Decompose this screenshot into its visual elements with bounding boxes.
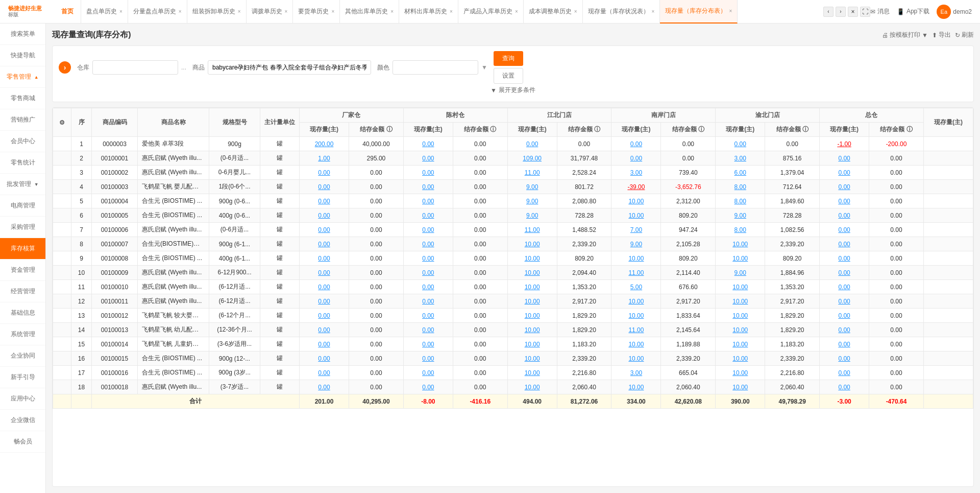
- tab-close-dist-count[interactable]: ×: [179, 9, 182, 14]
- sidebar-item-retail-mgmt[interactable]: 零售管理 ▲: [0, 66, 45, 88]
- cell-wh1-qty[interactable]: 0.00: [403, 208, 453, 223]
- cell-wh4-qty[interactable]: 9.00: [716, 208, 765, 223]
- settings-button[interactable]: 设置: [494, 68, 523, 84]
- cell-wh3-qty[interactable]: 9.00: [611, 237, 661, 251]
- tab-transfer[interactable]: 调拨单历史 ×: [247, 0, 293, 24]
- app-download-btn[interactable]: 📱 App下载: [897, 7, 929, 16]
- cell-wh1-qty[interactable]: 0.00: [403, 180, 453, 194]
- cell-wh3-qty[interactable]: 10.00: [611, 380, 661, 394]
- cell-wh2-qty[interactable]: 0.00: [507, 137, 557, 151]
- tab-close-requisition[interactable]: ×: [331, 9, 334, 14]
- message-btn[interactable]: ✉ 消息: [870, 7, 890, 16]
- cell-wh1-qty[interactable]: 0.00: [403, 166, 453, 180]
- cell-wh0-qty[interactable]: 0.00: [300, 351, 349, 366]
- cell-wh3-qty[interactable]: 10.00: [611, 351, 661, 366]
- cell-wh4-qty[interactable]: 10.00: [716, 351, 765, 366]
- cell-wh1-qty[interactable]: 0.00: [403, 309, 453, 323]
- sidebar-item-enterprise[interactable]: 企业协同: [0, 345, 45, 367]
- cell-wh0-qty[interactable]: 0.00: [300, 366, 349, 380]
- expand-conditions-btn[interactable]: ▼ 展开更多条件: [59, 84, 967, 97]
- cell-wh3-qty[interactable]: -39.00: [611, 180, 661, 194]
- sidebar-item-quick[interactable]: 快捷导航: [0, 45, 45, 66]
- sidebar-item-purchase[interactable]: 采购管理: [0, 217, 45, 238]
- tab-cost-adjust[interactable]: 成本调整单历史 ×: [524, 0, 583, 24]
- sidebar-item-retail-shop[interactable]: 零售商城: [0, 88, 45, 109]
- cell-wh0-qty[interactable]: 0.00: [300, 337, 349, 351]
- cell-wh0-qty[interactable]: 0.00: [300, 180, 349, 194]
- cell-wh0-qty[interactable]: 0.00: [300, 309, 349, 323]
- tab-material-out[interactable]: 材料出库单历史 ×: [399, 0, 458, 24]
- cell-wh2-qty[interactable]: 10.00: [507, 351, 557, 366]
- cell-wh5-qty[interactable]: 0.00: [820, 180, 869, 194]
- cell-wh2-qty[interactable]: 109.00: [507, 151, 557, 166]
- cell-wh2-qty[interactable]: 10.00: [507, 337, 557, 351]
- sidebar-item-system[interactable]: 系统管理: [0, 324, 45, 345]
- sidebar-item-ecom[interactable]: 电商管理: [0, 195, 45, 217]
- tab-close-stock-status[interactable]: ×: [652, 9, 655, 14]
- cell-wh0-qty[interactable]: 0.00: [300, 380, 349, 394]
- cell-wh4-qty[interactable]: 9.00: [716, 266, 765, 280]
- cell-wh5-qty[interactable]: 0.00: [820, 208, 869, 223]
- cell-wh3-qty[interactable]: 3.00: [611, 366, 661, 380]
- sidebar-item-appcenter[interactable]: 应用中心: [0, 388, 45, 410]
- th-settings[interactable]: ⚙: [53, 108, 71, 137]
- cell-wh3-qty[interactable]: 11.00: [611, 266, 661, 280]
- sidebar-item-retail-stat[interactable]: 零售统计: [0, 152, 45, 174]
- cell-wh2-qty[interactable]: 10.00: [507, 266, 557, 280]
- cell-wh5-qty[interactable]: 0.00: [820, 237, 869, 251]
- cell-wh4-qty[interactable]: 10.00: [716, 323, 765, 337]
- cell-wh4-qty[interactable]: 10.00: [716, 337, 765, 351]
- cell-wh5-qty[interactable]: -1.00: [820, 137, 869, 151]
- cell-wh5-qty[interactable]: 0.00: [820, 166, 869, 180]
- sidebar-item-basic[interactable]: 基础信息: [0, 302, 45, 324]
- cell-wh0-qty[interactable]: 0.00: [300, 323, 349, 337]
- tab-close-cost-adjust[interactable]: ×: [574, 9, 577, 14]
- cell-wh4-qty[interactable]: 8.00: [716, 223, 765, 237]
- cell-wh5-qty[interactable]: 0.00: [820, 294, 869, 309]
- tab-close-product-in[interactable]: ×: [515, 9, 518, 14]
- tab-requisition[interactable]: 要货单历史 ×: [293, 0, 340, 24]
- table-container[interactable]: ⚙ 序 商品编码 商品名称 规格型号 主计量单位 厂家仓 陈村仓 江北门店 南岸…: [52, 107, 974, 487]
- cell-wh3-qty[interactable]: 10.00: [611, 337, 661, 351]
- cell-wh0-qty[interactable]: 0.00: [300, 266, 349, 280]
- cell-wh1-qty[interactable]: 0.00: [403, 337, 453, 351]
- cell-wh2-qty[interactable]: 11.00: [507, 166, 557, 180]
- sidebar-item-wecom[interactable]: 企业微信: [0, 410, 45, 431]
- export-btn[interactable]: ⬆ 导出: [932, 31, 951, 39]
- cell-wh5-qty[interactable]: 0.00: [820, 323, 869, 337]
- cell-wh1-qty[interactable]: 0.00: [403, 351, 453, 366]
- cell-wh1-qty[interactable]: 0.00: [403, 280, 453, 294]
- cell-wh0-qty[interactable]: 200.00: [300, 137, 349, 151]
- cell-wh4-qty[interactable]: 3.00: [716, 151, 765, 166]
- cell-wh2-qty[interactable]: 10.00: [507, 294, 557, 309]
- cell-wh4-qty[interactable]: 10.00: [716, 309, 765, 323]
- cell-wh1-qty[interactable]: 0.00: [403, 380, 453, 394]
- cell-wh4-qty[interactable]: 0.00: [716, 137, 765, 151]
- cell-wh4-qty[interactable]: 6.00: [716, 166, 765, 180]
- cell-wh5-qty[interactable]: 0.00: [820, 151, 869, 166]
- cell-wh2-qty[interactable]: 10.00: [507, 380, 557, 394]
- cell-wh1-qty[interactable]: 0.00: [403, 366, 453, 380]
- cell-wh2-qty[interactable]: 10.00: [507, 237, 557, 251]
- cell-wh2-qty[interactable]: 10.00: [507, 280, 557, 294]
- cell-wh0-qty[interactable]: 0.00: [300, 166, 349, 180]
- cell-wh3-qty[interactable]: 10.00: [611, 208, 661, 223]
- cell-wh4-qty[interactable]: 8.00: [716, 194, 765, 208]
- cell-wh2-qty[interactable]: 10.00: [507, 251, 557, 266]
- cell-wh5-qty[interactable]: 0.00: [820, 266, 869, 280]
- query-button[interactable]: 查询: [494, 51, 523, 66]
- cell-wh1-qty[interactable]: 0.00: [403, 266, 453, 280]
- sidebar-item-ops[interactable]: 经营管理: [0, 281, 45, 302]
- cell-wh2-qty[interactable]: 10.00: [507, 366, 557, 380]
- cell-wh5-qty[interactable]: 0.00: [820, 380, 869, 394]
- cell-wh3-qty[interactable]: 10.00: [611, 251, 661, 266]
- tab-stock-status[interactable]: 现存量（库存状况表） ×: [583, 0, 660, 24]
- cell-wh4-qty[interactable]: 10.00: [716, 294, 765, 309]
- sidebar-item-member[interactable]: 会员中心: [0, 131, 45, 152]
- tab-dist-count[interactable]: 分量盘点单历史 ×: [128, 0, 187, 24]
- cell-wh4-qty[interactable]: 10.00: [716, 251, 765, 266]
- cell-wh4-qty[interactable]: 10.00: [716, 366, 765, 380]
- cell-wh0-qty[interactable]: 0.00: [300, 294, 349, 309]
- cell-wh2-qty[interactable]: 9.00: [507, 180, 557, 194]
- cell-wh0-qty[interactable]: 0.00: [300, 251, 349, 266]
